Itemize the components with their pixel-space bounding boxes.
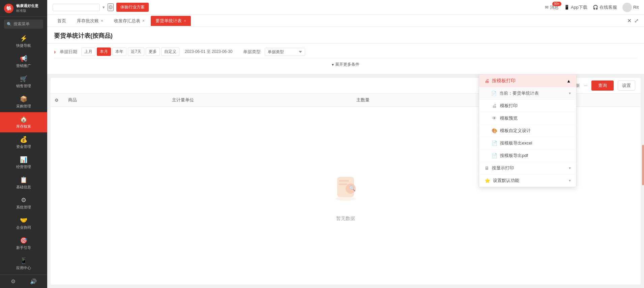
dropdown-collapse-icon[interactable]: ▲ [566,78,571,84]
marketing-label: 营销推广 [16,63,31,68]
dropdown-template-print[interactable]: 🖨 模板打印 [479,100,576,112]
dropdown-current-template[interactable]: 📄 当前：要货单统计表 ▾ [479,87,576,100]
tab-bar: 首页 库存批次账 × 收发存汇总表 × 要货单统计表 × ✕ ⤢ [47,15,644,27]
sidebar-bottom: ⚙ 🔊 [0,275,47,288]
export-pdf-icon: 📄 [491,153,497,158]
tab-inventory-batch[interactable]: 库存批次账 × [72,16,108,26]
dropdown-template-preview[interactable]: 👁 模板预览 [479,112,576,125]
sidebar-item-purchase[interactable]: 📦 采购管理 [0,92,47,112]
tab-close-all-button[interactable]: ✕ [627,18,632,24]
dropdown-export-excel[interactable]: 📄 按模板导出excel [479,137,576,150]
template-preview-label: 模板预览 [500,115,518,121]
operation-label: 经营管理 [16,164,31,169]
sidebar-item-marketing[interactable]: 📢 营销推广 [0,52,47,72]
display-print-chevron: ▾ [569,166,571,170]
dropdown-template-design[interactable]: 🎨 模板自定义设计 [479,125,576,137]
tab-order-stats-close[interactable]: × [184,19,186,23]
svg-rect-2 [339,180,349,182]
more-button[interactable]: 更多 [146,47,160,56]
search-menu-button[interactable]: 🔍 搜索菜单 [4,20,43,29]
filter-toggle-button[interactable]: › [54,49,56,55]
sidebar-item-sales[interactable]: 🛒 销售管理 [0,72,47,92]
quick-icon: ⚡ [20,35,27,42]
display-print-left: 🖥 按显示打印 [485,165,514,171]
tab-order-stats[interactable]: 要货单统计表 × [151,16,191,26]
tab-inventory-batch-close[interactable]: × [101,19,103,23]
sidebar-item-finance[interactable]: 💰 资金管理 [0,132,47,153]
current-chevron: ▾ [569,91,571,96]
sales-label: 销售管理 [16,84,31,89]
sidebar-nav: ⚡ 快捷导航 📢 营销推广 🛒 销售管理 📦 采购管理 🏠 库存核算 💰 资金管… [0,31,47,275]
svg-rect-3 [339,184,347,185]
tab-home[interactable]: 首页 [53,16,71,26]
home-label: 首页 [57,18,66,24]
export-pdf-label: 按模板导出pdf [500,153,528,159]
dropdown-set-default[interactable]: ⭐ 设置默认功能 ▾ [479,174,576,187]
col-settings: ⚙ [51,94,64,107]
sales-icon: 🛒 [20,75,27,83]
query-button[interactable]: 查询 [591,81,614,91]
purchase-label: 采购管理 [16,104,31,109]
sidebar-item-guide[interactable]: 🎯 新手引导 [0,233,47,254]
sidebar-item-quick[interactable]: ⚡ 快捷导航 [0,31,47,52]
messages-badge: 99+ [552,2,561,6]
col-settings-icon[interactable]: ⚙ [55,98,59,103]
dropdown-header[interactable]: 🖨 按模板打印 ▲ [479,74,576,87]
empty-icon: 🔍 [329,170,362,210]
user-avatar-area[interactable]: Rit [622,3,639,12]
topbar-nav: ▾ ⚙ 体验行业方案 [53,3,541,12]
user-name: Rit [633,5,639,10]
topbar-gear-button[interactable]: ⚙ [108,3,114,11]
sidebar-item-operation[interactable]: 📊 经营管理 [0,153,47,173]
this-month-button[interactable]: 本月 [97,47,111,56]
date-range-display: 2023-06-01 至 2023-06-30 [185,49,232,55]
template-print-icon: 🖨 [491,103,497,108]
speaker-bottom-button[interactable]: 🔊 [30,278,37,285]
dropdown-display-print[interactable]: 🖥 按显示打印 ▾ [479,162,576,174]
expand-more-icon: ▾ [332,62,334,67]
tab-collect-summary[interactable]: 收发存汇总表 × [109,16,149,26]
online-service-button[interactable]: 🎧 在线客服 [593,4,617,10]
set-default-icon: ⭐ [485,178,490,183]
tab-expand-button[interactable]: ⤢ [634,18,639,24]
messages-button[interactable]: ✉ 消息 99+ [545,4,559,10]
order-type-select[interactable]: 单据类型 [265,48,305,56]
main-area: ▾ ⚙ 体验行业方案 ✉ 消息 99+ 📱 App下载 🎧 在线客服 Rit [47,0,644,288]
order-type-label: 单据类型 [243,49,261,55]
topbar-dropdown-arrow[interactable]: ▾ [103,5,105,10]
this-year-button[interactable]: 本年 [112,47,126,56]
custom-button[interactable]: 自定义 [161,47,179,56]
more-actions-button[interactable]: ··· [584,83,587,88]
sidebar-item-wechat[interactable]: 💬 企业微信 [0,274,47,275]
export-excel-label: 按模板导出excel [500,140,532,146]
logo-icon: 畅 [4,4,13,13]
inventory-icon: 🏠 [20,116,27,123]
last7-button[interactable]: 近7天 [128,47,144,56]
date-label: 单据日期 [60,49,77,55]
expand-more-area[interactable]: ▾ 展开更多条件 [54,59,637,70]
settings-bottom-button[interactable]: ⚙ [11,278,16,285]
dropdown-header-right: ▲ [566,78,571,84]
date-buttons: 上月 本月 本年 近7天 更多 自定义 [81,47,179,56]
tab-collect-summary-label: 收发存汇总表 [114,18,140,24]
topbar-search-input[interactable] [53,4,100,11]
sidebar-item-system[interactable]: ⚙ 系统管理 [0,193,47,213]
sidebar-item-basic[interactable]: 📋 基础信息 [0,173,47,193]
tab-inventory-batch-label: 库存批次账 [77,18,99,24]
sidebar-item-corp[interactable]: 🤝 企业协同 [0,213,47,233]
tabs-right: ✕ ⤢ [627,18,639,24]
filter-row-1: › 单据日期 上月 本月 本年 近7天 更多 自定义 2023-06-01 至 … [54,47,637,56]
sidebar-item-apps[interactable]: 📱 应用中心 [0,254,47,274]
dropdown-export-pdf[interactable]: 📄 按模板导出pdf [479,150,576,162]
sidebar-item-inventory[interactable]: 🏠 库存核算 [0,112,47,132]
last-month-button[interactable]: 上月 [81,47,95,56]
online-service-label: 在线客服 [599,4,617,10]
app-download-button[interactable]: 📱 App下载 [564,4,587,10]
trial-plan-button[interactable]: 体验行业方案 [116,3,149,12]
set-default-left: ⭐ 设置默认功能 [485,178,519,184]
settings-button[interactable]: 设置 [618,81,635,91]
col-product: 商品 [64,94,168,107]
tab-collect-summary-close[interactable]: × [142,19,145,23]
more-icon: ··· [584,83,587,88]
system-icon: ⚙ [21,196,26,204]
